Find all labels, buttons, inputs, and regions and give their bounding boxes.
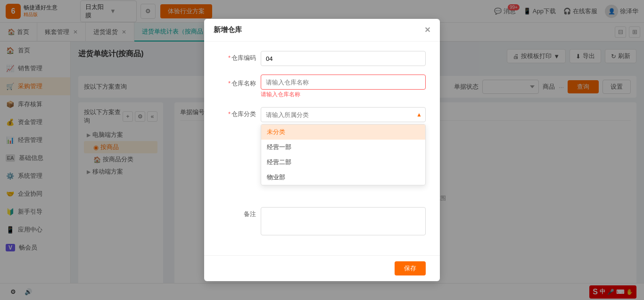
required-star: * — [228, 54, 231, 61]
name-error-msg: 请输入仓库名称 — [261, 91, 468, 99]
dropdown-item-1[interactable]: 经营一部 — [261, 140, 425, 155]
dropdown-item-3[interactable]: 物业部 — [261, 170, 425, 185]
modal-header: 新增仓库 ✕ — [204, 19, 440, 42]
name-label: *仓库名称 — [218, 76, 256, 88]
form-row-category: *仓库分类 ▲ 未分类 经营一部 经营二部 物业部 — [218, 107, 426, 122]
modal-title: 新增仓库 — [214, 25, 242, 34]
category-input-wrap: ▲ 未分类 经营一部 经营二部 物业部 — [261, 107, 426, 122]
name-input[interactable] — [261, 75, 426, 90]
modal-close-button[interactable]: ✕ — [424, 26, 430, 34]
category-input[interactable] — [261, 107, 426, 122]
modal-overlay: 新增仓库 ✕ *仓库编码 *仓库名称 请输入仓库名称 — [0, 0, 644, 300]
category-label: *仓库分类 — [218, 107, 256, 118]
note-label: 备注 — [218, 207, 256, 218]
save-button[interactable]: 保存 — [395, 261, 426, 275]
category-dropdown: 未分类 经营一部 经营二部 物业部 — [261, 124, 426, 185]
form-row-code: *仓库编码 — [218, 51, 426, 66]
dropdown-item-0[interactable]: 未分类 — [261, 125, 425, 140]
modal-add-warehouse: 新增仓库 ✕ *仓库编码 *仓库名称 请输入仓库名称 — [204, 19, 440, 281]
form-row-name: *仓库名称 请输入仓库名称 — [218, 75, 426, 99]
code-input[interactable] — [261, 51, 426, 66]
code-label: *仓库编码 — [218, 51, 256, 62]
modal-footer: 保存 — [204, 255, 440, 281]
dropdown-item-2[interactable]: 经营二部 — [261, 155, 425, 170]
form-row-note: 备注 — [218, 207, 426, 235]
category-arrow-icon[interactable]: ▲ — [416, 111, 422, 118]
note-textarea[interactable] — [261, 207, 426, 235]
required-star2: * — [228, 80, 231, 87]
required-star3: * — [228, 110, 231, 117]
modal-body: *仓库编码 *仓库名称 请输入仓库名称 *仓库分类 — [204, 42, 440, 255]
